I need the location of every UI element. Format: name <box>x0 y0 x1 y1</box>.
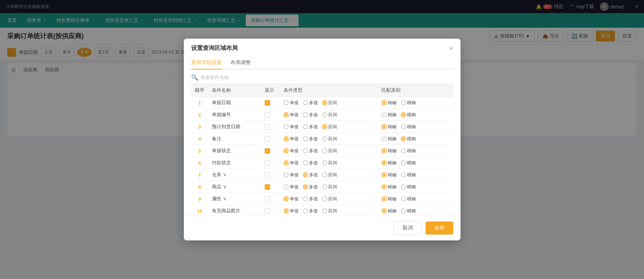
radio-type-range[interactable]: 区间 <box>322 184 337 190</box>
radio-match-fuzzy[interactable]: 模糊 <box>401 136 416 142</box>
radio-match-fuzzy[interactable]: 模糊 <box>401 124 416 130</box>
radio-circle <box>284 100 289 105</box>
row-show-checkbox[interactable]: ✓ <box>261 97 280 109</box>
radio-type-range[interactable]: 区间 <box>322 124 337 130</box>
radio-match-fuzzy[interactable]: 模糊 <box>401 208 416 214</box>
radio-type-single[interactable]: 单值 <box>284 196 299 202</box>
radio-type-single[interactable]: 单值 <box>284 160 299 166</box>
radio-match-fuzzy[interactable]: 模糊 <box>401 112 416 118</box>
fields-table-scroll[interactable]: 顺序 条件名称 显示 条件类型 匹配原则 1单据日期✓单值多值区间精确模糊2单据… <box>191 84 453 215</box>
radio-circle <box>382 160 387 165</box>
row-order: 2 <box>191 109 209 121</box>
radio-type-range[interactable]: 区间 <box>322 196 337 202</box>
save-button[interactable]: 保存 <box>426 221 453 235</box>
dialog-body: 顺序 条件名称 显示 条件类型 匹配原则 1单据日期✓单值多值区间精确模糊2单据… <box>184 84 461 215</box>
radio-type-range[interactable]: 区间 <box>322 160 337 166</box>
radio-match-exact[interactable]: 精确 <box>382 172 396 178</box>
radio-type-multi[interactable]: 多值 <box>303 124 318 130</box>
checkbox[interactable] <box>265 160 270 166</box>
row-name: 备注 <box>208 133 261 145</box>
row-show-checkbox[interactable] <box>261 205 280 216</box>
row-show-checkbox[interactable] <box>261 133 280 145</box>
checkbox[interactable] <box>265 208 270 214</box>
radio-type-multi[interactable]: 多值 <box>303 172 318 178</box>
radio-match-exact[interactable]: 精确 <box>382 160 396 166</box>
dialog-close-button[interactable]: × <box>449 45 453 52</box>
row-show-checkbox[interactable]: ✓ <box>261 145 280 157</box>
radio-label: 精确 <box>388 100 396 106</box>
row-show-checkbox[interactable] <box>261 157 280 169</box>
radio-type-multi[interactable]: 多值 <box>303 136 318 142</box>
row-match: 精确模糊 <box>378 145 453 157</box>
cancel-button[interactable]: 取消 <box>394 221 422 235</box>
radio-type-range[interactable]: 区间 <box>322 148 337 154</box>
radio-circle <box>284 172 289 177</box>
checkbox[interactable] <box>265 136 270 142</box>
radio-type-single[interactable]: 单值 <box>284 112 299 118</box>
radio-circle <box>401 100 406 105</box>
radio-type-range[interactable]: 区间 <box>322 100 337 106</box>
radio-type-multi[interactable]: 多值 <box>303 100 318 106</box>
radio-match-exact[interactable]: 精确 <box>382 148 396 154</box>
tab-layout[interactable]: 布局调整 <box>230 56 251 70</box>
radio-type-single[interactable]: 单值 <box>284 172 299 178</box>
row-show-checkbox[interactable] <box>261 109 280 121</box>
row-type: 单值多值区间 <box>280 157 378 169</box>
checkbox[interactable] <box>265 196 270 202</box>
radio-match-fuzzy[interactable]: 模糊 <box>401 172 416 178</box>
radio-type-single[interactable]: 单值 <box>284 148 299 154</box>
radio-type-single[interactable]: 单值 <box>284 184 299 190</box>
radio-type-single[interactable]: 单值 <box>284 124 299 130</box>
row-show-checkbox[interactable]: ✓ <box>261 181 280 193</box>
radio-type-multi[interactable]: 多值 <box>303 112 318 118</box>
radio-circle <box>322 124 327 129</box>
radio-circle <box>284 136 289 141</box>
radio-type-multi[interactable]: 多值 <box>303 208 318 214</box>
checkbox[interactable]: ✓ <box>265 184 270 190</box>
radio-match-fuzzy[interactable]: 模糊 <box>401 160 416 166</box>
radio-circle <box>382 208 387 213</box>
tab-query-fields[interactable]: 查询字段设置 <box>191 56 222 70</box>
radio-type-single[interactable]: 单值 <box>284 208 299 214</box>
radio-match-fuzzy[interactable]: 模糊 <box>401 184 416 190</box>
radio-label: 精确 <box>388 184 396 190</box>
radio-type-multi[interactable]: 多值 <box>303 160 318 166</box>
radio-circle <box>284 124 289 129</box>
radio-type-range[interactable]: 区间 <box>322 208 337 214</box>
radio-label: 多值 <box>309 136 318 142</box>
radio-match-exact[interactable]: 精确 <box>382 124 396 130</box>
checkbox[interactable] <box>265 112 270 118</box>
row-match: 精确模糊 <box>378 133 453 145</box>
radio-type-single[interactable]: 单值 <box>284 100 299 106</box>
row-show-checkbox[interactable] <box>261 169 280 181</box>
radio-match-exact[interactable]: 精确 <box>382 112 396 118</box>
radio-circle <box>382 124 387 129</box>
row-show-checkbox[interactable] <box>261 193 280 205</box>
checkbox[interactable]: ✓ <box>265 148 270 154</box>
radio-match-exact[interactable]: 精确 <box>382 196 396 202</box>
radio-type-range[interactable]: 区间 <box>322 136 337 142</box>
checkbox[interactable] <box>265 172 270 178</box>
radio-match-fuzzy[interactable]: 模糊 <box>401 196 416 202</box>
radio-label: 区间 <box>328 208 337 214</box>
radio-match-exact[interactable]: 精确 <box>382 208 396 214</box>
radio-type-range[interactable]: 区间 <box>322 112 337 118</box>
radio-type-single[interactable]: 单值 <box>284 136 299 142</box>
radio-match-fuzzy[interactable]: 模糊 <box>401 148 416 154</box>
search-input[interactable] <box>201 75 273 80</box>
radio-type-multi[interactable]: 多值 <box>303 184 318 190</box>
radio-label: 精确 <box>388 196 396 202</box>
radio-type-multi[interactable]: 多值 <box>303 196 318 202</box>
checkbox[interactable]: ✓ <box>265 100 270 106</box>
row-name: 单据状态 <box>208 145 261 157</box>
radio-match-fuzzy[interactable]: 模糊 <box>401 100 416 106</box>
radio-label: 单值 <box>290 208 299 214</box>
radio-type-multi[interactable]: 多值 <box>303 148 318 154</box>
radio-match-exact[interactable]: 精确 <box>382 136 396 142</box>
radio-match-exact[interactable]: 精确 <box>382 184 396 190</box>
row-order: 4 <box>191 133 209 145</box>
radio-match-exact[interactable]: 精确 <box>382 100 396 106</box>
checkbox[interactable] <box>265 124 270 130</box>
row-show-checkbox[interactable] <box>261 121 280 133</box>
radio-type-range[interactable]: 区间 <box>322 172 337 178</box>
